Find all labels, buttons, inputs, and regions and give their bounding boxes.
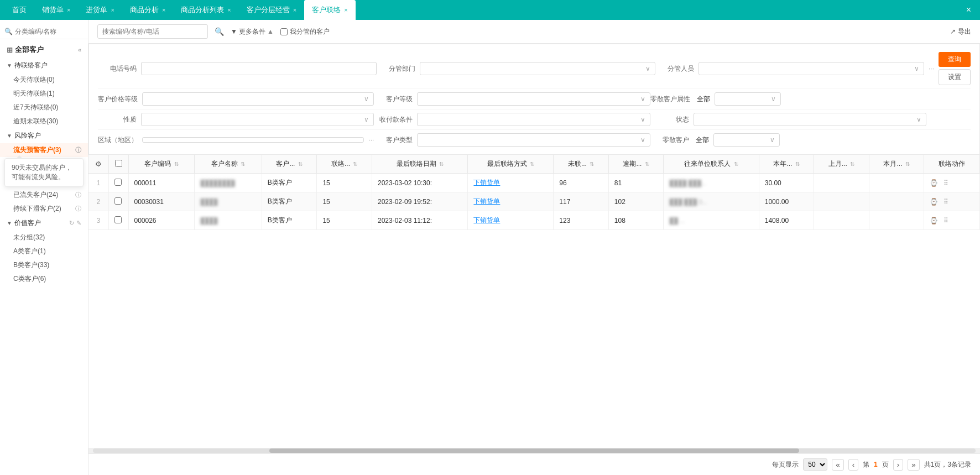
sort-icon[interactable]: ⇅ <box>850 161 854 167</box>
scrollbar-thumb[interactable] <box>269 448 799 453</box>
refresh-icon[interactable]: ↻ <box>69 220 74 227</box>
sort-icon[interactable]: ⇅ <box>241 161 245 167</box>
nav-tab-customer-contact[interactable]: 客户联络 × <box>304 0 355 20</box>
cell-name-2: ████ <box>195 192 262 211</box>
sort-icon[interactable]: ⇅ <box>174 161 179 167</box>
filter-more-button[interactable]: ▼ 更多条件 ▲ <box>231 27 274 36</box>
cell-checkbox-1 <box>108 174 128 192</box>
last-page-button[interactable]: » <box>908 459 919 471</box>
row-checkbox[interactable] <box>114 197 122 205</box>
nav-tab-purchase[interactable]: 进货单 × <box>78 0 122 20</box>
cell-contacttype-1[interactable]: 下销货单 <box>468 174 554 192</box>
sidebar-item-tomorrow[interactable]: 明天待联络(1) <box>0 87 88 101</box>
sort-icon[interactable]: ⇅ <box>439 161 444 167</box>
more-action-icon[interactable]: ⠿ <box>943 179 948 187</box>
sort-icon[interactable]: ⇅ <box>734 161 738 167</box>
window-close-icon[interactable]: × <box>962 5 976 15</box>
sidebar-item-overdue[interactable]: 逾期未联络(30) <box>0 114 88 128</box>
sort-icon[interactable]: ⇅ <box>298 161 303 167</box>
filter-retail-customer-select[interactable]: ∨ <box>713 133 780 147</box>
search-input[interactable] <box>97 24 208 39</box>
cell-thisyear-3: 1408.00 <box>759 211 814 230</box>
export-button[interactable]: ↗ 导出 <box>950 27 971 36</box>
filter-price-grade-select[interactable]: ∨ <box>142 92 374 106</box>
nav-tab-customer-layer[interactable]: 客户分层经营 × <box>239 0 304 20</box>
filter-payment-select[interactable]: ∨ <box>417 113 650 126</box>
sidebar-item-churn-warning[interactable]: 流失预警客户(3) ⓘ <box>0 143 88 157</box>
settings-icon[interactable]: ⚙ <box>95 160 102 168</box>
more-action-icon[interactable]: ⠿ <box>943 217 948 225</box>
contact-action-icon[interactable]: ⌚ <box>930 217 938 225</box>
row-checkbox[interactable] <box>114 179 122 186</box>
filter-customer-grade-select[interactable]: ∨ <box>417 92 650 106</box>
cell-contacttype-3[interactable]: 下销货单 <box>468 211 554 230</box>
sort-icon[interactable]: ⇅ <box>530 161 534 167</box>
query-button[interactable]: 查询 <box>939 52 971 67</box>
close-icon[interactable]: × <box>67 7 70 13</box>
filter-phone-input[interactable] <box>141 62 377 75</box>
filter-nature-select[interactable]: ∨ <box>141 113 374 126</box>
sidebar-all-customers[interactable]: ⊞ 全部客户 « <box>0 41 88 58</box>
filter-status-select[interactable]: ∨ <box>694 113 926 126</box>
sidebar-item-today[interactable]: 今天待联络(0) <box>0 73 88 87</box>
filter-retail-attr-select[interactable]: ∨ <box>715 92 781 106</box>
sidebar-item-ungrouped[interactable]: 未分组(32) <box>0 231 88 244</box>
more-options-icon[interactable]: ··· <box>368 136 374 144</box>
contact-action-icon[interactable]: ⌚ <box>930 179 938 187</box>
sidebar-item-class-b[interactable]: B类客户(33) <box>0 258 88 272</box>
nav-tab-analysis[interactable]: 商品分析 × <box>122 0 173 20</box>
filter-region-select[interactable] <box>142 137 364 143</box>
sort-icon[interactable]: ⇅ <box>795 161 800 167</box>
sidebar-item-7days[interactable]: 近7天待联络(0) <box>0 101 88 114</box>
page-size-select[interactable]: 50 <box>803 458 827 471</box>
close-icon[interactable]: × <box>162 7 165 13</box>
arrow-down-icon: ▼ <box>7 62 12 69</box>
filter-retail-customer: 零散客户 全部 ∨ <box>650 133 926 147</box>
more-action-icon[interactable]: ⠿ <box>943 198 948 206</box>
sort-icon[interactable]: ⇅ <box>645 161 649 167</box>
horizontal-scrollbar[interactable] <box>88 448 980 453</box>
sidebar-search-input[interactable] <box>15 28 84 35</box>
next-page-button[interactable]: › <box>893 459 903 471</box>
setting-button[interactable]: 设置 <box>939 69 971 85</box>
cell-contacttype-2[interactable]: 下销货单 <box>468 192 554 211</box>
search-button[interactable]: 🔍 <box>215 27 224 36</box>
filter-customer-grade-label: 客户等级 <box>374 95 413 104</box>
table-row: 1 000011 ████████ B类客户 15 2023-03-02 10:… <box>88 174 980 192</box>
contact-action-icon[interactable]: ⌚ <box>930 198 938 206</box>
filter-retail-attr-value: 全部 <box>697 95 710 104</box>
filter-dept-select[interactable]: ∨ <box>420 62 655 75</box>
cell-code-2: 00030031 <box>128 192 195 211</box>
prev-page-button[interactable]: ‹ <box>848 459 858 471</box>
close-icon[interactable]: × <box>111 7 114 13</box>
sort-icon[interactable]: ⇅ <box>353 161 357 167</box>
cell-actions-3: ⌚ ⠿ <box>924 211 980 230</box>
sidebar-item-declining[interactable]: 持续下滑客户(2) ⓘ <box>0 202 88 216</box>
first-page-button[interactable]: « <box>832 459 843 471</box>
my-customers-checkbox-area: 我分管的客户 <box>280 27 330 36</box>
close-icon[interactable]: × <box>344 7 347 13</box>
sort-icon[interactable]: ⇅ <box>590 161 594 167</box>
sort-icon[interactable]: ⇅ <box>905 161 910 167</box>
col-settings[interactable]: ⚙ <box>88 155 108 174</box>
filter-manager-select[interactable]: ∨ <box>698 62 924 75</box>
nav-tab-sales[interactable]: 销货单 × <box>34 0 78 20</box>
filter-customer-type-select[interactable]: ∨ <box>417 133 650 147</box>
filter-region-label: 区域（地区） <box>98 135 138 145</box>
sidebar-group-value[interactable]: ▼ 价值客户 ↻ ✎ <box>0 216 88 231</box>
sidebar-item-class-a[interactable]: A类客户(1) <box>0 244 88 258</box>
sidebar-group-pending[interactable]: ▼ 待联络客户 <box>0 58 88 73</box>
sidebar-group-risk[interactable]: ▼ 风险客户 <box>0 128 88 143</box>
nav-tab-analysis-list[interactable]: 商品分析列表 × <box>173 0 238 20</box>
close-icon[interactable]: × <box>227 7 231 13</box>
close-icon[interactable]: × <box>293 7 296 13</box>
row-checkbox[interactable] <box>114 216 122 223</box>
sidebar-item-class-c[interactable]: C类客户(6) <box>0 272 88 286</box>
select-all-checkbox[interactable] <box>115 160 122 167</box>
my-customers-checkbox[interactable] <box>280 28 288 35</box>
nav-tab-home[interactable]: 首页 <box>4 0 34 20</box>
scrollbar-track[interactable] <box>93 448 976 453</box>
sidebar-item-churned[interactable]: 已流失客户(24) ⓘ <box>0 188 88 202</box>
edit-icon[interactable]: ✎ <box>76 220 81 227</box>
more-options-icon[interactable]: ··· <box>929 65 934 72</box>
